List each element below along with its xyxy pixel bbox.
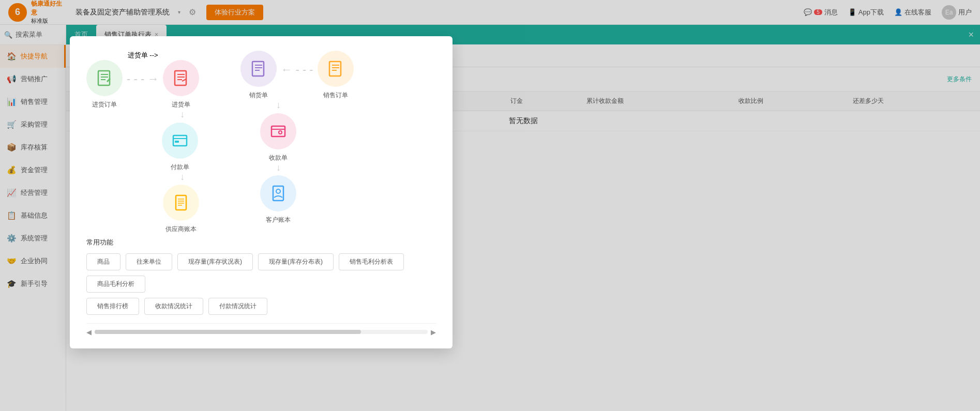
- purchase-order-label: 进货订单: [92, 100, 117, 109]
- flow-node-receipt: 收款单: [260, 113, 296, 162]
- purchase-bill-circle: [163, 60, 199, 96]
- common-functions-title: 常用功能: [86, 238, 436, 247]
- sales-order-label: 销售订单: [323, 91, 348, 100]
- func-btn-sales-profit[interactable]: 销售毛利分析表: [339, 253, 404, 270]
- scroll-thumb[interactable]: [95, 330, 361, 334]
- scroll-right-icon[interactable]: ▶: [431, 328, 436, 336]
- svg-rect-10: [175, 141, 179, 143]
- purchase-order-circle: [86, 60, 123, 96]
- func-row-1: 商品 往来单位 现存量(库存状况表) 现存量(库存分布表) 销售毛利分析表 商品…: [86, 253, 436, 293]
- flow-node-supplier-ledger: 供应商账本: [163, 185, 199, 234]
- common-functions: 常用功能 商品 往来单位 现存量(库存状况表) 现存量(库存分布表) 销售毛利分…: [86, 238, 436, 315]
- modal-scrollbar: ◀ ▶: [86, 323, 436, 338]
- func-btn-goods-profit[interactable]: 商品毛利分析: [86, 276, 145, 293]
- func-btn-stock-dist[interactable]: 现存量(库存分布表): [258, 253, 334, 270]
- svg-point-26: [279, 131, 282, 134]
- scroll-track[interactable]: [95, 330, 428, 334]
- flow-node-customer-ledger: 客户账本: [260, 175, 296, 224]
- svg-rect-20: [329, 62, 341, 76]
- flow-modal: 进货单 --> 进货订单 - - - → 进货单: [70, 36, 453, 348]
- svg-point-28: [276, 189, 280, 193]
- sales-bill-circle: [240, 51, 277, 87]
- scroll-left-icon[interactable]: ◀: [86, 328, 92, 336]
- func-btn-payment-stats[interactable]: 付款情况统计: [208, 298, 267, 315]
- func-btn-contacts[interactable]: 往来单位: [126, 253, 172, 270]
- svg-rect-24: [272, 126, 285, 136]
- receipt-label: 收款单: [269, 154, 288, 162]
- customer-ledger-circle: [260, 175, 296, 211]
- payment-label: 付款单: [171, 163, 189, 172]
- func-btn-receipt-stats[interactable]: 收款情况统计: [144, 298, 203, 315]
- svg-rect-16: [252, 62, 264, 76]
- supplier-ledger-circle: [163, 185, 199, 221]
- svg-rect-0: [98, 71, 110, 85]
- flow-node-purchase-bill: 进货单: [163, 60, 199, 109]
- sales-bill-label: 销货单: [249, 91, 268, 100]
- svg-rect-11: [176, 195, 186, 210]
- func-btn-stock-status[interactable]: 现存量(库存状况表): [177, 253, 253, 270]
- receipt-circle: [260, 113, 296, 149]
- flow-node-sales-order: 销售订单: [318, 51, 354, 100]
- flow-node-payment: 付款单: [162, 123, 198, 172]
- payment-circle: [162, 123, 198, 159]
- svg-rect-4: [175, 71, 186, 85]
- sales-order-circle: [318, 51, 354, 87]
- svg-rect-8: [173, 135, 187, 146]
- supplier-ledger-label: 供应商账本: [165, 225, 197, 234]
- func-row-2: 销售排行榜 收款情况统计 付款情况统计: [86, 298, 436, 315]
- flow-node-purchase-order: 进货订单: [86, 60, 123, 109]
- flow-node-sales-bill: 销货单: [240, 51, 277, 100]
- purchase-bill-label: 进货单: [172, 100, 190, 109]
- customer-ledger-label: 客户账本: [266, 216, 291, 224]
- func-btn-sales-rank[interactable]: 销售排行榜: [86, 298, 139, 315]
- func-btn-goods[interactable]: 商品: [86, 253, 120, 270]
